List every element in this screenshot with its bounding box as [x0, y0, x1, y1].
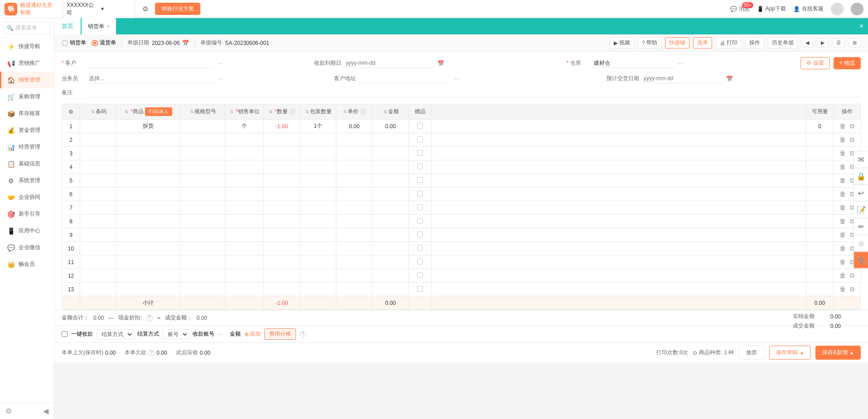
- warehouse-input[interactable]: [592, 58, 674, 68]
- add-button[interactable]: ⊕ 添加: [244, 330, 261, 338]
- cell-barcode[interactable]: [80, 120, 116, 133]
- table-settings-icon[interactable]: ⚙: [68, 109, 73, 115]
- trial-button[interactable]: 体验行业方案: [155, 3, 200, 15]
- sidebar-item-operations[interactable]: 📊 经营管理: [0, 139, 54, 155]
- avatar[interactable]: [831, 3, 844, 15]
- delete-icon[interactable]: 🗑: [839, 285, 846, 293]
- cell-price[interactable]: [336, 201, 373, 215]
- cell-spec[interactable]: [180, 160, 225, 174]
- cell-barcode[interactable]: [80, 147, 116, 160]
- cell-product[interactable]: [116, 160, 180, 174]
- cell-price[interactable]: [336, 174, 373, 188]
- right-panel-star[interactable]: ☆: [853, 235, 868, 251]
- cell-product[interactable]: [116, 242, 180, 255]
- gift-checkbox[interactable]: [417, 136, 423, 142]
- delete-icon[interactable]: 🗑: [839, 245, 846, 252]
- cell-unit[interactable]: [225, 215, 264, 228]
- cell-qty[interactable]: [264, 228, 300, 242]
- sidebar-item-purchase[interactable]: 🛒 采购管理: [0, 88, 54, 105]
- gift-checkbox[interactable]: [417, 231, 423, 237]
- cell-gift[interactable]: [409, 201, 432, 215]
- cell-barcode[interactable]: [80, 242, 116, 255]
- gift-checkbox[interactable]: [417, 218, 423, 224]
- cell-price[interactable]: [336, 147, 373, 160]
- copy-icon[interactable]: ⧉: [850, 285, 854, 293]
- cell-price[interactable]: [336, 215, 373, 228]
- radio-return-order[interactable]: 退货单: [92, 39, 116, 47]
- cell-amount[interactable]: [373, 188, 409, 201]
- cell-qty[interactable]: [264, 147, 300, 160]
- view-grid-btn[interactable]: ⊞: [849, 38, 861, 48]
- th-settings[interactable]: ⚙: [62, 104, 80, 120]
- cell-product[interactable]: [116, 188, 180, 201]
- sidebar-item-basic-info[interactable]: 📋 基础信息: [0, 155, 54, 172]
- gift-checkbox[interactable]: [417, 123, 423, 129]
- right-panel-lock[interactable]: 🔒: [853, 168, 868, 184]
- price-info-icon[interactable]: i: [360, 109, 366, 115]
- delete-icon[interactable]: 🗑: [839, 149, 846, 157]
- cell-qty[interactable]: [264, 188, 300, 201]
- sort-icon[interactable]: ⇅: [91, 109, 95, 114]
- operations-btn[interactable]: 操作: [745, 37, 764, 48]
- cell-pkg-qty[interactable]: [300, 160, 336, 174]
- cell-unit[interactable]: [225, 269, 264, 283]
- cell-qty[interactable]: [264, 269, 300, 283]
- cell-qty[interactable]: [264, 215, 300, 228]
- cell-product[interactable]: [116, 255, 180, 269]
- cell-barcode[interactable]: [80, 215, 116, 228]
- tab-home[interactable]: 首页: [54, 18, 81, 34]
- tab-close-icon[interactable]: ×: [107, 24, 110, 29]
- delete-icon[interactable]: 🗑: [839, 163, 846, 170]
- cell-product[interactable]: [116, 228, 180, 242]
- cell-product[interactable]: [116, 283, 180, 296]
- gift-checkbox[interactable]: [417, 272, 423, 278]
- right-panel-orange[interactable]: 📎: [853, 251, 868, 268]
- cell-qty[interactable]: [264, 201, 300, 215]
- remark-input[interactable]: [87, 88, 861, 97]
- sidebar-item-guide[interactable]: 🎯 新手引导: [0, 206, 54, 222]
- cell-gift[interactable]: [409, 215, 432, 228]
- cell-price[interactable]: [336, 160, 373, 174]
- cell-product[interactable]: 拆货: [116, 120, 180, 133]
- cell-product[interactable]: [116, 215, 180, 228]
- cell-barcode[interactable]: [80, 160, 116, 174]
- cell-pkg-qty[interactable]: [300, 283, 336, 296]
- logistics-button[interactable]: + 物流: [834, 57, 861, 69]
- right-panel-undo[interactable]: ↩: [853, 184, 868, 201]
- delete-icon[interactable]: 🗑: [839, 272, 846, 279]
- sidebar-item-inventory[interactable]: 📦 库存核算: [0, 105, 54, 122]
- copy-icon[interactable]: ⧉: [850, 122, 854, 130]
- settings-button[interactable]: ⚙ 设置: [800, 57, 829, 69]
- cell-pkg-qty[interactable]: [300, 201, 336, 215]
- cell-spec[interactable]: [180, 215, 225, 228]
- view-list-btn[interactable]: ☰: [832, 38, 845, 48]
- cell-price[interactable]: [336, 228, 373, 242]
- cell-spec[interactable]: [180, 133, 225, 147]
- salesman-dots[interactable]: ···: [218, 76, 223, 82]
- expected-date-input[interactable]: [642, 74, 723, 83]
- cell-amount[interactable]: [373, 228, 409, 242]
- save-draft-button[interactable]: 保存草稿 ▲: [769, 346, 811, 360]
- copy-icon[interactable]: ⧉: [850, 272, 854, 279]
- account-select[interactable]: 账号: [163, 329, 189, 339]
- gift-checkbox[interactable]: [417, 177, 423, 183]
- owe-info-icon[interactable]: ?: [148, 350, 155, 356]
- cell-amount[interactable]: [373, 147, 409, 160]
- cell-unit[interactable]: [225, 201, 264, 215]
- cell-qty[interactable]: [264, 160, 300, 174]
- cell-unit[interactable]: [225, 147, 264, 160]
- cell-gift[interactable]: [409, 160, 432, 174]
- cell-barcode[interactable]: [80, 174, 116, 188]
- cell-pkg-qty[interactable]: [300, 174, 336, 188]
- cell-barcode[interactable]: [80, 188, 116, 201]
- cell-barcode[interactable]: [80, 283, 116, 296]
- cell-amount[interactable]: [373, 269, 409, 283]
- cell-spec[interactable]: [180, 269, 225, 283]
- cell-unit[interactable]: [225, 160, 264, 174]
- gift-checkbox[interactable]: [417, 191, 423, 197]
- cell-pkg-qty[interactable]: [300, 228, 336, 242]
- cell-barcode[interactable]: [80, 201, 116, 215]
- cell-barcode[interactable]: [80, 269, 116, 283]
- cell-gift[interactable]: [409, 228, 432, 242]
- sort-icon-product[interactable]: ⇅: [125, 109, 128, 114]
